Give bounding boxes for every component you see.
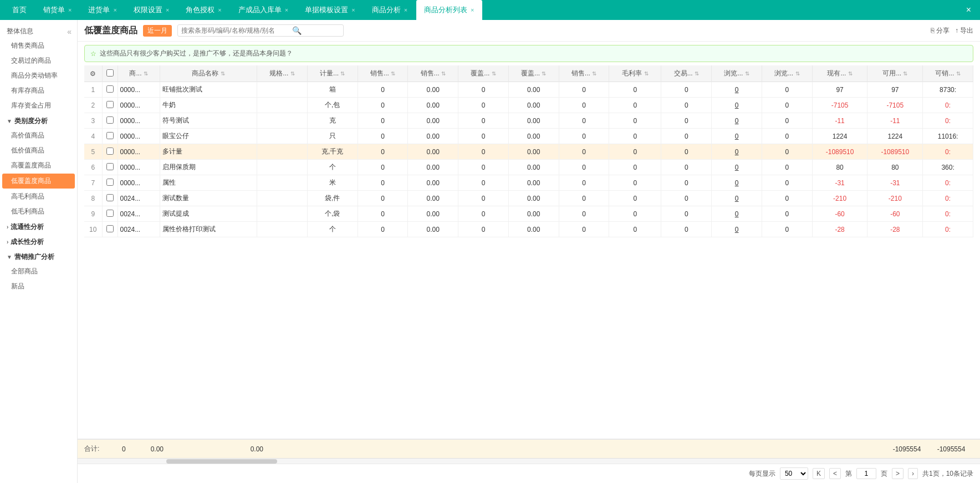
browse-link[interactable]: 0 (735, 179, 739, 187)
row-select-checkbox[interactable] (106, 194, 114, 201)
row-select-checkbox[interactable] (106, 116, 114, 124)
row-checkbox[interactable] (102, 175, 118, 191)
row-checkbox[interactable] (102, 113, 118, 129)
row-browse1[interactable]: 0 (712, 206, 762, 222)
sidebar-item-high-margin[interactable]: 高毛利商品 (0, 189, 77, 204)
horizontal-scrollbar[interactable] (78, 458, 980, 464)
row-browse1[interactable]: 0 (712, 144, 762, 160)
nav-tab-roles[interactable]: 角色授权 × (178, 0, 229, 20)
sidebar-item-low-margin[interactable]: 低毛利商品 (0, 204, 77, 219)
table-container[interactable]: ⚙ 商... ⇅ 商品名称 ⇅ 规格... ⇅ 计量... ⇅ 销售... ⇅ … (78, 65, 980, 439)
browse-link[interactable]: 0 (735, 148, 739, 156)
sidebar-item-high-coverage[interactable]: 高覆盖度商品 (0, 158, 77, 173)
row-checkbox[interactable] (102, 206, 118, 222)
nav-tab-purchase[interactable]: 进货单 × (80, 0, 124, 20)
row-browse1[interactable]: 0 (712, 222, 762, 237)
sidebar-item-traded-goods[interactable]: 交易过的商品 (0, 53, 77, 68)
row-name[interactable]: 测试提成 (160, 206, 257, 222)
search-icon[interactable]: 🔍 (292, 26, 302, 35)
sidebar-item-sales-goods[interactable]: 销售类商品 (0, 38, 77, 53)
nav-tab-template[interactable]: 单据模板设置 × (297, 0, 363, 20)
sidebar-item-new-goods[interactable]: 新品 (0, 279, 77, 294)
sidebar-section-growth[interactable]: ›成长性分析 (0, 234, 77, 249)
row-checkbox[interactable] (102, 129, 118, 144)
nav-tab-permissions[interactable]: 权限设置 × (126, 0, 177, 20)
row-checkbox[interactable] (102, 160, 118, 175)
settings-icon[interactable]: ⚙ (90, 70, 96, 78)
collapse-icon[interactable]: « (67, 27, 72, 36)
row-select-checkbox[interactable] (106, 225, 114, 232)
time-filter-button[interactable]: 近一月 (143, 25, 172, 37)
close-icon[interactable]: × (285, 7, 288, 13)
row-name[interactable]: 眼宝公仔 (160, 129, 257, 144)
nav-tab-analysis[interactable]: 商品分析 × (364, 0, 415, 20)
nav-tab-analysis-list[interactable]: 商品分析列表 × (416, 0, 482, 20)
row-checkbox[interactable] (102, 98, 118, 113)
row-browse1[interactable]: 0 (712, 175, 762, 191)
row-browse1[interactable]: 0 (712, 82, 762, 98)
export-button[interactable]: ↑ 导出 (955, 26, 973, 35)
browse-link[interactable]: 0 (735, 86, 739, 94)
sidebar-section-marketing[interactable]: ▼营销推广分析 (0, 249, 77, 264)
row-name[interactable]: 旺铺批次测试 (160, 82, 257, 98)
row-checkbox[interactable] (102, 144, 118, 160)
row-browse1[interactable]: 0 (712, 160, 762, 175)
row-name[interactable]: 测试数量 (160, 191, 257, 206)
browse-link[interactable]: 0 (735, 164, 739, 171)
sidebar-item-stock-goods[interactable]: 有库存商品 (0, 83, 77, 98)
row-name[interactable]: 多计量 (160, 144, 257, 160)
browse-link[interactable]: 0 (735, 117, 739, 125)
row-checkbox[interactable] (102, 82, 118, 98)
current-page-input[interactable] (856, 468, 876, 479)
row-browse1[interactable]: 0 (712, 113, 762, 129)
sidebar-item-high-value[interactable]: 高价值商品 (0, 128, 77, 143)
row-browse1[interactable]: 0 (712, 129, 762, 144)
browse-link[interactable]: 0 (735, 101, 739, 109)
row-select-checkbox[interactable] (106, 163, 114, 170)
row-name[interactable]: 属性价格打印测试 (160, 222, 257, 237)
row-checkbox[interactable] (102, 191, 118, 206)
last-page-button[interactable]: › (908, 468, 918, 479)
next-page-button[interactable]: > (892, 468, 904, 479)
close-icon[interactable]: × (113, 7, 116, 13)
col-settings[interactable]: ⚙ (84, 65, 102, 82)
row-checkbox[interactable] (102, 222, 118, 237)
row-select-checkbox[interactable] (106, 132, 114, 139)
browse-link[interactable]: 0 (735, 195, 739, 202)
search-input[interactable] (181, 27, 292, 34)
nav-tab-production[interactable]: 产成品入库单 × (231, 0, 296, 20)
row-name[interactable]: 牛奶 (160, 98, 257, 113)
sidebar-header[interactable]: 整体信息 « (0, 24, 77, 38)
row-select-checkbox[interactable] (106, 179, 114, 186)
close-icon[interactable]: × (471, 7, 474, 13)
sidebar-section-liquidity[interactable]: ›流通性分析 (0, 219, 77, 234)
row-browse1[interactable]: 0 (712, 98, 762, 113)
row-name[interactable]: 符号测试 (160, 113, 257, 129)
row-name[interactable]: 属性 (160, 175, 257, 191)
browse-link[interactable]: 0 (735, 210, 739, 218)
row-select-checkbox[interactable] (106, 85, 114, 93)
row-select-checkbox[interactable] (106, 148, 114, 155)
prev-page-button[interactable]: < (829, 468, 841, 479)
close-icon[interactable]: × (218, 7, 221, 13)
close-icon[interactable]: × (404, 7, 407, 13)
sidebar-item-category-rate[interactable]: 商品分类动销率 (0, 68, 77, 83)
sidebar-section-category[interactable]: ▼类别度分析 (0, 113, 77, 128)
nav-tab-sales[interactable]: 销货单 × (35, 0, 79, 20)
col-checkbox[interactable] (102, 65, 118, 82)
row-name[interactable]: 启用保质期 (160, 160, 257, 175)
scrollbar-thumb[interactable] (166, 459, 277, 464)
close-icon[interactable]: × (166, 7, 169, 13)
sidebar-item-low-coverage[interactable]: 低覆盖度商品 (2, 174, 75, 189)
sidebar-item-stock-capital[interactable]: 库存资金占用 (0, 98, 77, 113)
row-browse1[interactable]: 0 (712, 191, 762, 206)
nav-tab-home[interactable]: 首页 (4, 0, 34, 20)
row-select-checkbox[interactable] (106, 101, 114, 108)
close-all-tabs-button[interactable]: × (962, 5, 976, 15)
share-button[interactable]: ⎘ 分享 (931, 26, 950, 35)
close-icon[interactable]: × (351, 7, 355, 13)
sidebar-item-low-value[interactable]: 低价值商品 (0, 143, 77, 158)
browse-link[interactable]: 0 (735, 133, 739, 140)
select-all-checkbox[interactable] (106, 69, 114, 77)
page-size-select[interactable]: 50 100 200 (780, 467, 808, 480)
